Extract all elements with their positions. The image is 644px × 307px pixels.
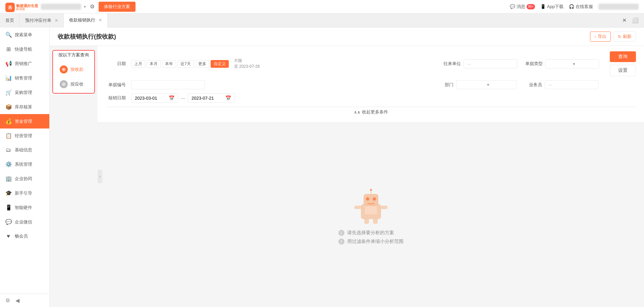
sidebar-item-guide[interactable]: 🎓 新手引导 <box>0 186 49 200</box>
sidebar-collapse-icon[interactable]: ◀ <box>15 297 19 304</box>
svg-rect-11 <box>364 218 369 224</box>
user-name-blurred <box>598 4 639 10</box>
chevron-up-icon: ∧∧ <box>354 110 361 115</box>
device-icon: 📱 <box>5 204 11 211</box>
app-download-action[interactable]: 📱 App下载 <box>540 4 564 10</box>
page-title: 收款核销执行(按收款) <box>58 33 116 41</box>
phone-icon: 📱 <box>540 4 546 9</box>
filter-panel-container: 按以下方案查询 按收款 <box>50 46 98 307</box>
top-bar: 畅捷通好生意 标准版 ▾ ⚙ 体验行业方案 💬 消息 99+ 📱 App下载 🎧… <box>0 0 644 13</box>
sidebar-item-system[interactable]: ⚙️ 系统管理 <box>0 157 49 171</box>
message-label: 消息 <box>517 4 525 10</box>
sidebar-item-sales[interactable]: 📊 销售管理 <box>0 71 49 85</box>
sidebar-item-quick-nav[interactable]: ⊞ 快捷导航 <box>0 42 49 56</box>
settings-button[interactable]: 设置 <box>610 65 636 76</box>
folder-icon: 🗂 <box>5 147 11 153</box>
sidebar-item-capital[interactable]: 💰 资金管理 <box>0 114 49 129</box>
staff-select[interactable]: ··· <box>545 80 598 89</box>
svg-rect-10 <box>380 206 388 209</box>
industry-solution-button[interactable]: 体验行业方案 <box>99 2 136 12</box>
sidebar-item-guide-label: 新手引导 <box>15 190 32 196</box>
sidebar-item-system-label: 系统管理 <box>15 161 32 167</box>
sidebar-item-inventory-label: 库存核算 <box>15 104 32 110</box>
tip-2-num: 2 <box>338 239 344 245</box>
box-icon: 📦 <box>5 104 11 110</box>
filter-option-by-receivable-label: 按应收 <box>70 81 84 87</box>
wechat-icon: 💬 <box>5 219 11 225</box>
tip-2-text: 用过滤条件来缩小分析范围 <box>347 239 404 245</box>
verify-date-start-input[interactable]: 2023-03-01 📅 <box>131 93 178 103</box>
sidebar-item-marketing[interactable]: 📢 营销推广 <box>0 56 49 71</box>
building-icon: 🏢 <box>5 175 11 182</box>
page-header-actions: ↑ 导出 ↻ 刷新 <box>590 32 636 42</box>
system-icon: ⚙️ <box>5 161 11 167</box>
svg-point-0 <box>9 6 11 7</box>
filter-layout: 按以下方案查询 按收款 <box>50 46 644 307</box>
tab-prepay-close-icon[interactable]: ✕ <box>55 18 58 23</box>
sidebar-item-search-menu[interactable]: 🔍 搜索菜单 <box>0 28 49 42</box>
svg-rect-12 <box>373 218 378 224</box>
receivable-icon <box>60 80 68 88</box>
sidebar-item-quick-nav-label: 快捷导航 <box>15 46 32 52</box>
tab-maximize-icon[interactable]: ⬜ <box>631 16 640 25</box>
robot-illustration <box>351 186 391 226</box>
company-chevron-icon[interactable]: ▾ <box>84 4 86 9</box>
megaphone-icon: 📢 <box>5 60 11 67</box>
sidebar-item-basic-info[interactable]: 🗂 基础信息 <box>0 143 49 157</box>
filter-form: 日期 上月 本月 本年 近7天 更多 自定义 不限 <box>98 46 644 123</box>
date-btn-7days[interactable]: 近7天 <box>177 60 194 68</box>
message-action[interactable]: 💬 消息 99+ <box>510 4 535 10</box>
date-btn-last-month[interactable]: 上月 <box>131 60 145 68</box>
bill-no-input[interactable] <box>131 80 205 89</box>
tab-collection-close-icon[interactable]: ✕ <box>99 18 102 22</box>
date-btn-more[interactable]: 更多 <box>195 60 209 68</box>
sidebar-item-wechat[interactable]: 💬 企业微信 <box>0 215 49 229</box>
date-nolimit-label: 不限 至 2023-07-26 <box>234 58 260 69</box>
sidebar-item-purchase-label: 采购管理 <box>15 90 32 96</box>
calendar-start-icon: 📅 <box>169 95 174 101</box>
sidebar-item-operation-label: 经营管理 <box>15 133 32 139</box>
date-btn-this-month[interactable]: 本月 <box>147 60 161 68</box>
tab-home[interactable]: 首页 <box>0 13 20 28</box>
sidebar: 🔍 搜索菜单 ⊞ 快捷导航 📢 营销推广 📊 销售管理 🛒 采购管理 📦 库存核… <box>0 28 50 307</box>
filter-panel-collapse-button[interactable]: › <box>98 170 102 183</box>
tab-collection[interactable]: 收款核销执行 ✕ <box>64 13 108 28</box>
sidebar-item-smart-hardware[interactable]: 📱 智能硬件 <box>0 200 49 215</box>
export-button[interactable]: ↑ 导出 <box>590 32 611 42</box>
staff-label: 业务员 <box>522 82 542 88</box>
bill-type-select[interactable]: ▾ <box>545 59 599 68</box>
date-btn-custom[interactable]: 自定义 <box>211 60 229 68</box>
tip-1-text: 请先选择要分析的方案 <box>347 230 394 236</box>
verify-date-end-input[interactable]: 2023-07-21 📅 <box>188 93 235 103</box>
tip-1-num: 1 <box>338 230 344 236</box>
sidebar-item-enterprise[interactable]: 🏢 企业协同 <box>0 171 49 186</box>
tab-close-all-icon[interactable]: ✕ <box>621 16 628 25</box>
counterpart-select-dots: ··· <box>467 61 514 66</box>
date-range-separator: — <box>181 96 185 101</box>
counterpart-group: 往来单位 ··· <box>441 59 517 68</box>
dept-select[interactable]: ▾ <box>456 80 517 89</box>
dept-chevron-down-icon: ▾ <box>487 82 513 87</box>
svg-rect-13 <box>365 206 377 214</box>
sidebar-item-purchase[interactable]: 🛒 采购管理 <box>0 85 49 100</box>
search-icon: 🔍 <box>5 32 11 38</box>
date-btn-this-year[interactable]: 本年 <box>162 60 176 68</box>
filter-panel-header: 按以下方案查询 <box>53 52 94 62</box>
tab-home-label: 首页 <box>5 17 14 23</box>
sidebar-item-operation[interactable]: 📋 经营管理 <box>0 129 49 143</box>
bill-type-label: 单据类型 <box>523 61 543 67</box>
sidebar-item-marketing-label: 营销推广 <box>15 61 32 67</box>
query-button[interactable]: 查询 <box>610 51 636 62</box>
bill-type-group: 单据类型 ▾ <box>523 59 599 68</box>
sidebar-item-inventory[interactable]: 📦 库存核算 <box>0 100 49 114</box>
filter-option-by-collection[interactable]: 按收款 <box>53 62 94 77</box>
sidebar-item-vip[interactable]: ♥ 畅会员 <box>0 229 49 243</box>
refresh-button[interactable]: ↻ 刷新 <box>613 32 636 42</box>
collapse-more-button[interactable]: ∧∧ 收起更多条件 <box>106 107 636 117</box>
counterpart-select[interactable]: ··· <box>464 59 517 68</box>
online-service-action[interactable]: 🎧 在线客服 <box>569 4 593 10</box>
tab-prepay[interactable]: 预付冲应付单 ✕ <box>20 13 64 28</box>
sidebar-settings-icon[interactable]: ⚙ <box>5 297 10 304</box>
settings-icon[interactable]: ⚙ <box>89 2 96 11</box>
filter-option-by-receivable[interactable]: 按应收 <box>53 77 94 92</box>
